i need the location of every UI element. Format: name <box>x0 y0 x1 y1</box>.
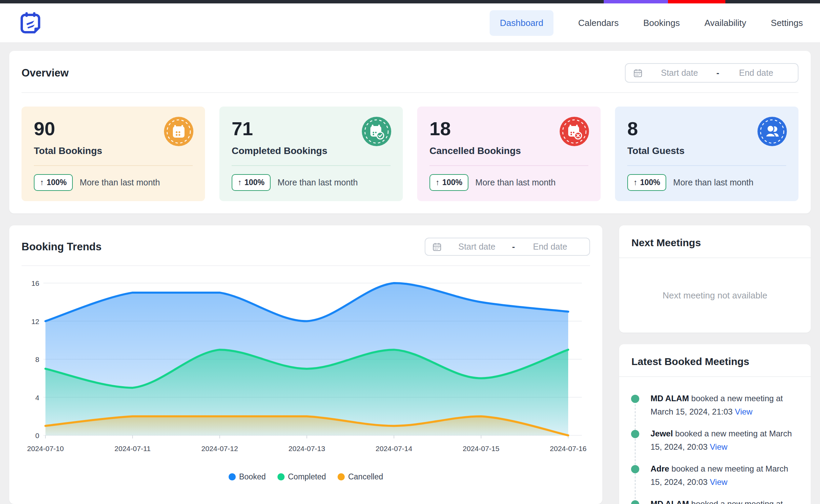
svg-text:2024-07-10: 2024-07-10 <box>27 445 64 452</box>
stat-note: More than last month <box>475 178 556 187</box>
overview-date-range-picker[interactable]: - <box>625 63 798 83</box>
stat-growth-badge: ↑ 100% <box>232 174 271 191</box>
start-date-input[interactable] <box>645 68 714 78</box>
svg-text:4: 4 <box>35 394 39 402</box>
latest-meetings-title: Latest Booked Meetings <box>619 344 811 376</box>
stat-card-cancelled-bookings: 18 Cancelled Bookings <box>417 107 601 201</box>
stat-card-completed-bookings: 71 Completed Bookings <box>219 107 403 201</box>
trends-divider <box>22 265 590 266</box>
main-content: Overview - 90 <box>0 43 820 504</box>
nav-item-dashboard[interactable]: Dashboard <box>490 10 554 36</box>
trends-date-range-picker[interactable]: - <box>425 238 590 256</box>
stat-growth-badge: ↑ 100% <box>627 174 666 191</box>
svg-text:16: 16 <box>31 279 39 287</box>
legend-dot-completed <box>277 473 285 480</box>
svg-text:2024-07-11: 2024-07-11 <box>114 445 151 452</box>
calendar-icon <box>432 242 442 252</box>
view-meeting-link[interactable]: View <box>735 407 753 416</box>
stat-card-total-bookings: 90 Total Bookings ↑ <box>22 107 205 201</box>
overview-divider <box>22 92 798 93</box>
timeline-dot-icon <box>631 465 639 473</box>
stat-label: Total Bookings <box>34 145 193 156</box>
svg-text:2024-07-15: 2024-07-15 <box>463 445 499 452</box>
calendar-check-icon <box>362 117 391 146</box>
accent-segment-red <box>668 0 725 3</box>
stat-divider <box>627 165 786 166</box>
meetings-timeline: MD ALAM booked a new meeting at March 15… <box>619 377 811 504</box>
stats-row: 90 Total Bookings ↑ <box>22 107 798 201</box>
stat-growth-badge: ↑ 100% <box>34 174 73 191</box>
nav-item-bookings[interactable]: Bookings <box>643 18 680 28</box>
area-chart: 04812162024-07-102024-07-112024-07-12202… <box>22 275 590 469</box>
booking-trends-title: Booking Trends <box>22 241 101 253</box>
end-date-input[interactable] <box>518 242 583 252</box>
chart-legend: Booked Completed Cancelled <box>22 472 590 481</box>
calendar-icon <box>164 117 193 146</box>
legend-item-completed[interactable]: Completed <box>277 472 326 481</box>
svg-text:2024-07-12: 2024-07-12 <box>201 445 238 452</box>
svg-text:0: 0 <box>35 432 39 439</box>
accent-segment-purple <box>604 0 668 3</box>
stat-divider <box>34 165 193 166</box>
date-range-separator: - <box>512 242 515 252</box>
svg-text:12: 12 <box>31 318 39 325</box>
calendar-icon <box>633 68 643 78</box>
app-logo[interactable] <box>17 10 44 36</box>
overview-title: Overview <box>22 67 69 79</box>
arrow-up-icon: ↑ <box>40 178 44 187</box>
nav-item-settings[interactable]: Settings <box>771 18 803 28</box>
nav-item-availability[interactable]: Availability <box>705 18 746 28</box>
timeline-dot-icon <box>631 500 639 504</box>
stat-note: More than last month <box>673 178 753 187</box>
arrow-up-icon: ↑ <box>633 178 638 187</box>
meeting-list-item: MD ALAM booked a new meeting at March 15… <box>631 392 798 419</box>
svg-text:2024-07-13: 2024-07-13 <box>288 445 325 452</box>
svg-text:2024-07-16: 2024-07-16 <box>550 445 586 452</box>
timeline-dot-icon <box>631 395 639 403</box>
next-meetings-title: Next Meetings <box>619 225 811 257</box>
legend-dot-booked <box>229 473 236 480</box>
arrow-up-icon: ↑ <box>238 178 242 187</box>
booking-trends-chart: 04812162024-07-102024-07-112024-07-12202… <box>22 275 590 481</box>
stat-growth-badge: ↑ 100% <box>429 174 468 191</box>
guests-icon <box>757 117 787 146</box>
stat-card-total-guests: 8 Total Guests ↑ 100% <box>615 107 798 201</box>
latest-booked-meetings-card: Latest Booked Meetings MD ALAM booked a … <box>619 344 811 504</box>
svg-text:2024-07-14: 2024-07-14 <box>375 445 412 452</box>
stat-label: Completed Bookings <box>232 145 391 156</box>
right-sidebar: Next Meetings Next meeting not available… <box>619 225 811 504</box>
meeting-list-item: Jewel booked a new meeting at March 15, … <box>631 427 798 454</box>
view-meeting-link[interactable]: View <box>710 477 728 487</box>
calendar-pen-logo-icon <box>17 10 44 36</box>
meeting-list-item: Adre booked a new meeting at March 15, 2… <box>631 462 798 489</box>
nav-item-calendars[interactable]: Calendars <box>578 18 619 28</box>
top-accent-bar <box>0 0 820 3</box>
start-date-input[interactable] <box>445 242 509 252</box>
legend-item-cancelled[interactable]: Cancelled <box>338 472 383 481</box>
booking-trends-card: Booking Trends - 048 <box>9 225 602 504</box>
meeting-list-item: MD ALAM booked a new meeting at March 15… <box>631 498 798 504</box>
stat-label: Cancelled Bookings <box>429 145 588 156</box>
date-range-separator: - <box>716 68 719 78</box>
view-meeting-link[interactable]: View <box>710 442 728 451</box>
legend-dot-cancelled <box>338 473 345 480</box>
top-navigation: Dashboard Calendars Bookings Availabilit… <box>0 3 820 43</box>
legend-item-booked[interactable]: Booked <box>229 472 266 481</box>
nav-menu: Dashboard Calendars Bookings Availabilit… <box>490 10 803 36</box>
arrow-up-icon: ↑ <box>436 178 440 187</box>
next-meetings-card: Next Meetings Next meeting not available <box>619 225 811 333</box>
svg-text:8: 8 <box>35 355 39 363</box>
timeline-dot-icon <box>631 430 639 438</box>
stat-divider <box>429 165 588 166</box>
end-date-input[interactable] <box>722 68 790 78</box>
calendar-cancel-icon <box>560 117 589 146</box>
stat-divider <box>232 165 391 166</box>
overview-card: Overview - 90 <box>9 51 811 213</box>
next-meeting-empty-text: Next meeting not available <box>662 290 767 301</box>
stat-note: More than last month <box>277 178 358 187</box>
stat-note: More than last month <box>80 178 160 187</box>
stat-label: Total Guests <box>627 145 786 156</box>
